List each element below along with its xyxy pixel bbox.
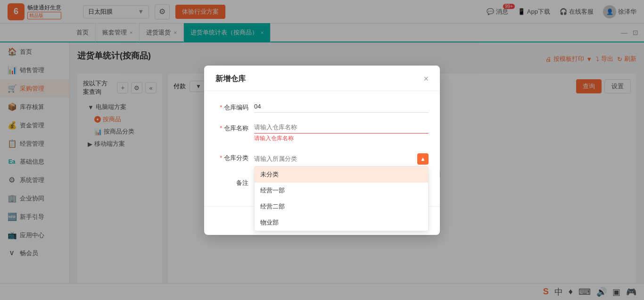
form-row-name: 仓库名称 请输入仓库名称 <box>215 121 429 142</box>
modal-body: 仓库编码 仓库名称 请输入仓库名称 仓库分类 <box>204 91 440 206</box>
form-row-category: 仓库分类 ▲ 未分类 经营一部 经营二部 物业部 <box>215 151 429 167</box>
name-error-msg: 请输入仓库名称 <box>254 134 429 142</box>
category-label: 仓库分类 <box>215 151 248 162</box>
modal-title: 新增仓库 <box>215 74 246 84</box>
category-dropdown: ▲ 未分类 经营一部 经营二部 物业部 <box>254 151 429 167</box>
dropdown-item-op2[interactable]: 经营二部 <box>255 199 428 215</box>
dropdown-item-op1[interactable]: 经营一部 <box>255 183 428 199</box>
code-control <box>254 100 429 113</box>
category-dropdown-list: 未分类 经营一部 经营二部 物业部 <box>254 166 429 231</box>
category-input[interactable] <box>254 155 417 162</box>
category-input-row: ▲ <box>254 151 429 167</box>
modal-header: 新增仓库 × <box>204 66 440 91</box>
name-input[interactable] <box>254 121 429 133</box>
modal-new-warehouse: 新增仓库 × 仓库编码 仓库名称 请输入仓库名称 仓库分类 <box>204 66 440 235</box>
note-label: 备注 <box>215 176 248 187</box>
modal-close-btn[interactable]: × <box>423 75 429 83</box>
dropdown-item-op3[interactable]: 物业部 <box>255 215 428 231</box>
code-label: 仓库编码 <box>215 100 248 112</box>
category-dropdown-btn[interactable]: ▲ <box>417 153 429 165</box>
dropdown-item-none[interactable]: 未分类 <box>255 167 428 183</box>
name-control: 请输入仓库名称 <box>254 121 429 142</box>
code-input[interactable] <box>254 100 429 113</box>
name-label: 仓库名称 <box>215 121 248 133</box>
form-row-code: 仓库编码 <box>215 100 429 113</box>
modal-overlay[interactable]: 新增仓库 × 仓库编码 仓库名称 请输入仓库名称 仓库分类 <box>0 0 644 300</box>
category-control: ▲ 未分类 经营一部 经营二部 物业部 <box>254 151 429 167</box>
